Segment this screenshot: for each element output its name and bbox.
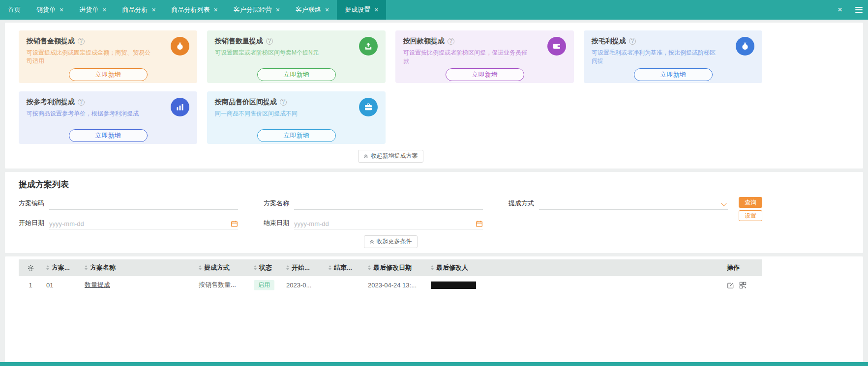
gear-icon — [27, 264, 34, 272]
tab-label: 商品分析列表 — [172, 5, 210, 14]
card-description: 可设置固定或者阶梯区间每卖M个提N元 — [215, 49, 344, 65]
card-description: 可设置毛利或者净利为基准，按比例提或阶梯区间提 — [592, 49, 720, 65]
header-label: 最后修改人 — [436, 263, 468, 272]
add-now-button[interactable]: 立即新增 — [69, 129, 148, 142]
edit-icon[interactable] — [727, 282, 734, 289]
row-actions — [723, 282, 762, 289]
collapse-new-plans-button[interactable]: 收起新增提成方案 — [358, 150, 423, 163]
main-area: 按销售金额提成? 可设置提成比例或固定提成金额；商贸、贸易公司适用 立即新增 按… — [5, 23, 863, 362]
bottom-accent-bar — [0, 362, 868, 366]
collapse-more-filters-button[interactable]: 收起更多条件 — [364, 235, 418, 248]
close-icon[interactable]: × — [102, 6, 106, 13]
sort-icon — [286, 265, 289, 270]
tab-label: 客户联络 — [296, 5, 321, 14]
calendar-icon[interactable] — [231, 220, 238, 227]
plan-name-link[interactable]: 数量提成 — [85, 281, 110, 289]
sort-icon — [85, 265, 88, 270]
add-now-button[interactable]: 立即新增 — [257, 129, 336, 142]
add-now-button[interactable]: 立即新增 — [69, 68, 148, 81]
info-icon[interactable]: ? — [629, 38, 636, 45]
close-icon[interactable]: × — [325, 6, 329, 13]
close-all-tabs-icon[interactable]: × — [831, 0, 849, 20]
close-icon[interactable]: × — [374, 6, 378, 13]
info-icon[interactable]: ? — [78, 38, 85, 45]
sort-icon — [368, 265, 371, 270]
column-settings-button[interactable] — [19, 264, 42, 272]
row-commission-method: 按销售数量... — [195, 281, 250, 289]
modified-by-redacted — [431, 282, 476, 289]
tab-product-analysis[interactable]: 商品分析 × — [114, 0, 163, 20]
close-icon[interactable]: × — [214, 6, 218, 13]
topbar: 首页 销货单 × 进货单 × 商品分析 × 商品分析列表 × 客户分层经营 × … — [0, 0, 868, 20]
add-now-button[interactable]: 立即新增 — [257, 68, 336, 81]
header-end-date[interactable]: 结束... — [325, 263, 364, 272]
header-modified-date[interactable]: 最后修改日期 — [364, 263, 427, 272]
commission-method-select[interactable] — [539, 199, 728, 210]
card-description: 可设置按比例提或者阶梯区间提，促进业务员催款 — [403, 49, 532, 65]
header-label: 提成方式 — [204, 263, 230, 272]
tab-home[interactable]: 首页 — [0, 0, 29, 20]
info-icon[interactable]: ? — [78, 99, 85, 106]
row-modified-date: 2023-04-24 13:... — [364, 282, 427, 289]
card-title: 按商品售价区间提成 — [215, 98, 277, 106]
card-reference-profit-commission: 按参考利润提成? 可按商品设置参考单价，根据参考利润提成 立即新增 — [19, 91, 197, 144]
plan-name-input[interactable] — [294, 199, 483, 209]
table-row[interactable]: 1 01 数量提成 按销售数量... 启用 2023-0... 2023-04-… — [19, 276, 762, 294]
section-title: 提成方案列表 — [19, 179, 762, 190]
tab-customer-contact[interactable]: 客户联络 × — [288, 0, 337, 20]
add-now-button[interactable]: 立即新增 — [634, 68, 713, 81]
close-icon[interactable]: × — [60, 6, 63, 13]
header-modified-by[interactable]: 最后修改人 — [427, 263, 723, 272]
header-plan-name[interactable]: 方案名称 — [81, 263, 195, 272]
tab-commission-settings[interactable]: 提成设置 × — [337, 0, 386, 20]
tab-customer-segmentation[interactable]: 客户分层经营 × — [226, 0, 288, 20]
sort-icon — [46, 265, 49, 270]
tab-purchase-invoice[interactable]: 进货单 × — [71, 0, 114, 20]
header-label: 方案名称 — [90, 263, 116, 272]
card-sales-amount-commission: 按销售金额提成? 可设置提成比例或固定提成金额；商贸、贸易公司适用 立即新增 — [19, 30, 197, 83]
start-date-label: 开始日期 — [19, 219, 44, 229]
end-date-input[interactable] — [294, 219, 483, 229]
card-title: 按销售金额提成 — [27, 37, 75, 45]
card-payment-collection-commission: 按回款额提成? 可设置按比例提或者阶梯区间提，促进业务员催款 立即新增 — [395, 30, 574, 83]
tab-sales-invoice[interactable]: 销货单 × — [29, 0, 71, 20]
card-sales-quantity-commission: 按销售数量提成? 可设置固定或者阶梯区间每卖M个提N元 立即新增 — [207, 30, 386, 83]
close-icon[interactable]: × — [151, 6, 155, 13]
card-title: 按参考利润提成 — [27, 98, 75, 106]
add-now-button[interactable]: 立即新增 — [446, 68, 524, 81]
qrcode-icon[interactable] — [739, 282, 747, 289]
header-label: 结束... — [334, 263, 352, 272]
info-icon[interactable]: ? — [266, 38, 273, 45]
close-icon[interactable]: × — [276, 6, 280, 13]
commission-method-input[interactable] — [539, 199, 728, 209]
search-button[interactable]: 查询 — [739, 197, 762, 208]
info-icon[interactable]: ? — [448, 38, 454, 45]
header-commission-method[interactable]: 提成方式 — [195, 263, 250, 272]
money-pouch-icon — [736, 37, 754, 56]
tab-product-analysis-list[interactable]: 商品分析列表 × — [164, 0, 226, 20]
tab-label: 提成设置 — [345, 5, 370, 14]
tab-label: 进货单 — [79, 5, 98, 14]
plan-code-label: 方案编码 — [19, 199, 44, 210]
table-header-row: 方案... 方案名称 提成方式 状态 开始... — [19, 259, 762, 276]
card-title: 按销售数量提成 — [215, 37, 263, 45]
tab-label: 商品分析 — [122, 5, 148, 14]
header-start-date[interactable]: 开始... — [282, 263, 325, 272]
sort-icon — [431, 265, 434, 270]
topbar-actions: × — [831, 0, 868, 20]
header-actions: 操作 — [723, 263, 762, 272]
header-status[interactable]: 状态 — [250, 263, 282, 272]
info-icon[interactable]: ? — [280, 99, 287, 106]
settings-button[interactable]: 设置 — [739, 210, 762, 221]
row-index: 1 — [19, 282, 42, 289]
header-plan-code[interactable]: 方案... — [42, 263, 81, 272]
plan-name-label: 方案名称 — [264, 199, 289, 210]
start-date-input[interactable] — [49, 219, 238, 229]
card-price-range-commission: 按商品售价区间提成? 同一商品不同售价区间提成不同 立即新增 — [207, 91, 386, 144]
header-label: 操作 — [727, 263, 740, 272]
plan-code-input[interactable] — [49, 199, 238, 209]
tab-label: 销货单 — [36, 5, 56, 14]
tab-menu-icon[interactable] — [849, 0, 868, 20]
calendar-icon[interactable] — [476, 220, 483, 227]
double-chevron-up-icon — [369, 239, 374, 244]
